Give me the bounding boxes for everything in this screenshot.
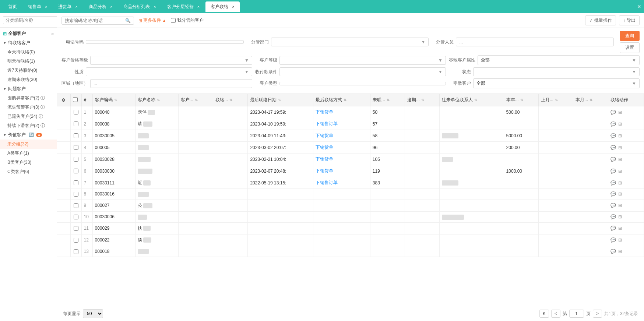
row-checkbox[interactable] [70, 234, 81, 246]
settings-column-header[interactable]: ⚙ [57, 94, 70, 106]
row-select-checkbox[interactable] [74, 169, 78, 173]
row-select-checkbox[interactable] [74, 226, 78, 231]
phone-input[interactable] [86, 40, 244, 44]
row-checkbox[interactable] [70, 154, 81, 165]
no-contact-column-header[interactable]: 未联...⇅ [370, 94, 405, 106]
row-last-contact-method[interactable]: 下销货单 [313, 142, 370, 154]
tab-customer-tier[interactable]: 客户分层经营 × [162, 1, 205, 12]
close-window-icon[interactable]: × [637, 3, 641, 11]
all-customers-header[interactable]: ⊞ 全部客户 « [0, 28, 57, 38]
sort-icon-year[interactable]: ⇅ [520, 98, 523, 102]
message-icon[interactable]: 💬 [610, 226, 616, 231]
message-icon[interactable]: 💬 [610, 145, 616, 150]
tab-customer-contact-close[interactable]: × [232, 4, 234, 9]
row-select-checkbox[interactable] [74, 238, 78, 243]
overdue-column-header[interactable]: 逾期...⇅ [405, 94, 440, 106]
query-button[interactable]: 查询 [620, 31, 640, 41]
message-icon[interactable]: 💬 [610, 249, 616, 254]
status-select[interactable]: ▼ [473, 67, 640, 76]
sidebar-collapse-icon[interactable]: « [51, 31, 54, 36]
this-year-column-header[interactable]: 本年...⇅ [504, 94, 538, 106]
customer-level-select[interactable]: ▼ [279, 56, 446, 65]
sidebar-item-declining[interactable]: 持续下滑客户(2) ⓘ [0, 121, 57, 130]
page-input[interactable] [569, 310, 584, 318]
grid-action-icon[interactable]: ⊞ [618, 133, 622, 138]
group-problem-customers[interactable]: ▼ 问题客户 [0, 84, 57, 94]
row-checkbox[interactable] [70, 189, 81, 200]
more-filters-btn[interactable]: ⊞ 更多条件 ▲ [138, 17, 166, 24]
row-checkbox[interactable] [70, 118, 81, 130]
contact-method-link[interactable]: 下销货单 [316, 156, 333, 162]
message-icon[interactable]: 💬 [610, 203, 616, 208]
sort-icon-name[interactable]: ⇅ [157, 98, 160, 102]
checkbox-column-header[interactable] [70, 94, 81, 106]
sidebar-item-class-b[interactable]: B类客户(33) [0, 158, 57, 167]
tab-product-analysis[interactable]: 商品分析 × [84, 1, 117, 12]
message-icon[interactable]: 💬 [610, 180, 616, 186]
tab-product-analysis-close[interactable]: × [110, 4, 112, 9]
prev-page-button[interactable]: < [551, 310, 560, 318]
name-column-header[interactable]: 客户名称⇅ [136, 94, 179, 106]
nature-select[interactable]: ▼ [86, 67, 252, 76]
price-level-select[interactable]: ▼ [90, 56, 252, 65]
contact-method-link[interactable]: 下销货单 [316, 145, 333, 150]
row-last-contact-method[interactable]: 下销货单 [313, 106, 370, 118]
contact-column-header[interactable]: 联络...⇅ [213, 94, 248, 106]
message-icon[interactable]: 💬 [610, 110, 616, 115]
export-button[interactable]: ↑ 导出 [619, 15, 640, 25]
reset-button[interactable]: 设置 [620, 42, 640, 53]
message-icon[interactable]: 💬 [610, 237, 616, 243]
next-page-button[interactable]: > [593, 310, 602, 318]
group-pending-contact[interactable]: ▼ 待联络客户 [0, 38, 57, 47]
sidebar-item-7days[interactable]: 近7天待联络(0) [0, 66, 57, 75]
sidebar-item-churned[interactable]: 已流失客户(24) ⓘ [0, 112, 57, 121]
grid-action-icon[interactable]: ⊞ [618, 191, 622, 197]
row-last-contact-method[interactable]: 下销货单 [313, 130, 370, 142]
scattered-attr-select[interactable]: 全部 ▼ [478, 55, 640, 65]
row-select-checkbox[interactable] [74, 215, 78, 219]
sort-icon-no-contact[interactable]: ⇅ [387, 98, 390, 102]
tab-customer-contact[interactable]: 客户联络 × [205, 1, 239, 12]
row-select-checkbox[interactable] [74, 180, 78, 185]
search-icon[interactable]: 🔍 [125, 18, 131, 23]
grid-action-icon[interactable]: ⊞ [618, 157, 622, 162]
search-box[interactable]: 🔍 [61, 17, 134, 25]
company-contact-column-header[interactable]: 往来单位联系人⇅ [440, 94, 504, 106]
sort-icon-code[interactable]: ⇅ [114, 98, 117, 102]
sort-icon-overdue[interactable]: ⇅ [421, 98, 424, 102]
row-checkbox[interactable] [70, 222, 81, 234]
grid-action-icon[interactable]: ⊞ [618, 180, 622, 186]
tab-product-list-close[interactable]: × [154, 4, 156, 9]
contact-method-link[interactable]: 下销售订单 [316, 121, 338, 126]
row-select-checkbox[interactable] [74, 121, 78, 126]
row-checkbox[interactable] [70, 177, 81, 189]
tab-customer-tier-close[interactable]: × [197, 4, 200, 9]
row-select-checkbox[interactable] [74, 133, 78, 138]
group-value-customers[interactable]: ▼ 价值客户 🔄 ● [0, 130, 57, 140]
tab-home[interactable]: 首页 [3, 1, 22, 12]
row-select-checkbox[interactable] [74, 249, 78, 254]
my-customers-checkbox[interactable]: 我分管的客户 [171, 17, 204, 24]
first-page-button[interactable]: K [539, 310, 549, 318]
tab-sales-close[interactable]: × [45, 4, 47, 9]
sort-icon-this-month[interactable]: ⇅ [590, 98, 592, 102]
scattered-select[interactable]: 全部 ▼ [473, 78, 640, 88]
row-checkbox[interactable] [70, 142, 81, 154]
customer-type-select[interactable] [279, 82, 446, 85]
search-input[interactable] [65, 18, 124, 23]
row-select-checkbox[interactable] [74, 192, 78, 197]
sort-icon-company[interactable]: ⇅ [474, 98, 477, 102]
sort-icon-method[interactable]: ⇅ [344, 98, 346, 102]
row-checkbox[interactable] [70, 200, 81, 211]
grid-action-icon[interactable]: ⊞ [618, 214, 622, 219]
this-month-column-header[interactable]: 本月...⇅ [573, 94, 608, 106]
grid-action-icon[interactable]: ⊞ [618, 145, 622, 150]
grid-action-icon[interactable]: ⊞ [618, 169, 622, 174]
sort-icon-last-month[interactable]: ⇅ [555, 98, 558, 102]
row-select-checkbox[interactable] [74, 110, 78, 114]
row-checkbox[interactable] [70, 211, 81, 222]
sort-icon-type[interactable]: ⇅ [195, 98, 198, 102]
row-last-contact-method[interactable]: 下销货单 [313, 165, 370, 177]
sort-icon-date[interactable]: ⇅ [278, 98, 281, 102]
sidebar-item-churn-warning[interactable]: 流失预警客户(3) ⓘ [0, 103, 57, 112]
